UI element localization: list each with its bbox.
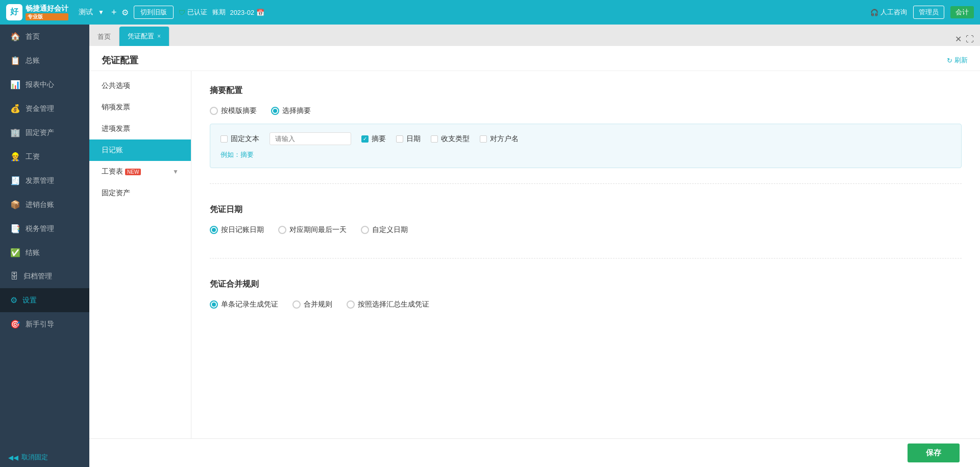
sidebar-item-home[interactable]: 🏠 首页 [0,25,89,49]
summary-section: 摘要配置 按模版摘要 选择摘要 [210,85,962,184]
verified-badge: 🛡 已认证 [179,8,207,17]
sidebar-label-close: 结账 [26,248,40,258]
radio-period-last-day[interactable]: 对应期间最后一天 [278,225,347,235]
example-text: 例如：摘要 [220,150,951,159]
radio-merge-rule[interactable]: 合并规则 [292,300,332,309]
checkbox-date-box [396,135,403,143]
reports-icon: 📊 [10,80,20,89]
radio-circle-period [278,226,286,234]
invoice-icon: 🧾 [10,176,20,185]
merge-section: 凭证合并规则 单条记录生成凭证 合并规则 [210,279,962,333]
chevron-down-icon[interactable]: ▼ [98,9,104,16]
summary-section-title: 摘要配置 [210,85,962,96]
period-display: 账期 2023-02 📅 [212,8,264,17]
nav-item-payroll-table[interactable]: 工资表NEW ▼ [89,161,191,182]
logo-sub-text: 专业版 [26,13,68,20]
radio-circle-diary [210,226,218,234]
sidebar-label-tax: 税务管理 [26,224,54,233]
page-header: 凭证配置 ↻ 刷新 [89,46,980,71]
sidebar-item-payroll[interactable]: 👷 工资 [0,145,89,169]
logo-main-text: 畅捷通好会计 [26,4,68,13]
headphone-icon: 🎧 [870,9,878,16]
sidebar-item-tax[interactable]: 📑 税务管理 [0,217,89,241]
radio-select-summary[interactable]: 选择摘要 [271,106,311,115]
checkbox-fixed-text[interactable]: 固定文本 [220,134,259,144]
radio-circle-aggregate [347,300,355,309]
sidebar-item-reports[interactable]: 📊 报表中心 [0,73,89,97]
fixed-text-label: 固定文本 [231,134,259,144]
topbar: 好 畅捷通好会计 专业版 测试 ▼ + ⚙ 切到旧版 🛡 已认证 账期 2023… [0,0,980,25]
close-window-icon[interactable]: ✕ [955,34,962,44]
content-area: 首页 凭证配置 × ✕ ⛶ 凭证配置 ↻ 刷新 [89,25,980,467]
add-icon[interactable]: + [111,7,117,18]
merge-section-title: 凭证合并规则 [210,279,962,290]
sidebar-item-assets[interactable]: 🏢 固定资产 [0,121,89,145]
expand-icon[interactable]: ⛶ [966,35,974,44]
sidebar-label-sales: 进销台账 [26,200,54,209]
summary-radio-group: 按模版摘要 选择摘要 [210,106,962,115]
config-panel: 摘要配置 按模版摘要 选择摘要 [191,71,980,438]
tab-close-icon[interactable]: × [157,33,161,40]
sidebar-item-capital[interactable]: 💰 资金管理 [0,97,89,121]
nav-item-input-invoice[interactable]: 进项发票 [89,118,191,139]
cancel-fixed-button[interactable]: ◀◀ 取消固定 [0,448,89,467]
tab-voucher-config-label: 凭证配置 [128,32,154,41]
sidebar: 🏠 首页 📋 总账 📊 报表中心 💰 资金管理 🏢 固定资产 👷 工资 🧾 发票… [0,25,89,467]
nav-item-public[interactable]: 公共选项 [89,75,191,97]
tab-home-label: 首页 [97,32,111,41]
merge-radio-group: 单条记录生成凭证 合并规则 按照选择汇总生成凭证 [210,300,962,309]
radio-circle-select [271,107,279,115]
checkbox-summary[interactable]: ✓ 摘要 [361,134,386,144]
sidebar-item-archive[interactable]: 🗄 归档管理 [0,265,89,288]
sidebar-item-sales[interactable]: 📦 进销台账 [0,193,89,217]
checkbox-date[interactable]: 日期 [396,134,421,144]
refresh-label: 刷新 [954,56,968,65]
nav-item-output-invoice[interactable]: 销项发票 [89,97,191,118]
cancel-fixed-arrow-icon: ◀◀ [8,454,18,461]
left-nav: 公共选项 销项发票 进项发票 日记账 工资表NEW ▼ [89,71,191,438]
calendar-icon[interactable]: 📅 [256,9,264,16]
refresh-icon: ↻ [947,57,952,64]
tab-home[interactable]: 首页 [89,28,119,46]
radio-diary-date[interactable]: 按日记账日期 [210,225,264,235]
sidebar-label-reports: 报表中心 [26,80,54,89]
checkbox-counterpart[interactable]: 对方户名 [480,134,519,144]
sidebar-item-invoice[interactable]: 🧾 发票管理 [0,169,89,193]
new-badge: NEW [125,169,141,175]
sidebar-item-ledger[interactable]: 📋 总账 [0,49,89,73]
sidebar-label-capital: 资金管理 [26,104,54,113]
nav-item-diary[interactable]: 日记账 [89,139,191,161]
checkbox-counterpart-box [480,135,487,143]
save-button[interactable]: 保存 [908,443,960,462]
checkbox-income-type[interactable]: 收支类型 [431,134,470,144]
support-button[interactable]: 🎧 人工咨询 [870,8,907,17]
logo-icon: 好 [6,4,22,20]
checkbox-summary-box: ✓ [361,135,369,143]
radio-aggregate[interactable]: 按照选择汇总生成凭证 [347,300,429,309]
role-button[interactable]: 会计 [950,6,974,18]
sidebar-label-home: 首页 [26,32,40,41]
radio-single-record[interactable]: 单条记录生成凭证 [210,300,278,309]
sidebar-item-guide[interactable]: 🎯 新手引导 [0,312,89,336]
sidebar-label-settings: 设置 [22,296,37,305]
fixed-text-input[interactable] [270,132,351,145]
settings-icon[interactable]: ⚙ [121,8,129,17]
sidebar-item-close[interactable]: ✅ 结账 [0,241,89,265]
tab-voucher-config[interactable]: 凭证配置 × [119,27,169,46]
main-layout: 🏠 首页 📋 总账 📊 报表中心 💰 资金管理 🏢 固定资产 👷 工资 🧾 发票… [0,25,980,467]
sidebar-label-assets: 固定资产 [26,128,54,137]
arrow-down-icon: ▼ [173,168,179,175]
checkbox-income-type-box [431,135,438,143]
archive-icon: 🗄 [10,272,18,281]
date-section: 凭证日期 按日记账日期 对应期间最后一天 [210,204,962,259]
nav-item-fixed-assets[interactable]: 固定资产 [89,182,191,204]
sidebar-item-settings[interactable]: ⚙ 设置 [0,288,89,312]
manager-button[interactable]: 管理员 [913,6,944,19]
radio-template-summary[interactable]: 按模版摘要 [210,106,257,115]
switch-to-old-button[interactable]: 切到旧版 [134,6,174,19]
cancel-fixed-label: 取消固定 [21,453,48,462]
home-icon: 🏠 [10,32,20,41]
radio-custom-date[interactable]: 自定义日期 [361,225,408,235]
refresh-button[interactable]: ↻ 刷新 [947,56,968,65]
sidebar-label-archive: 归档管理 [23,272,52,281]
